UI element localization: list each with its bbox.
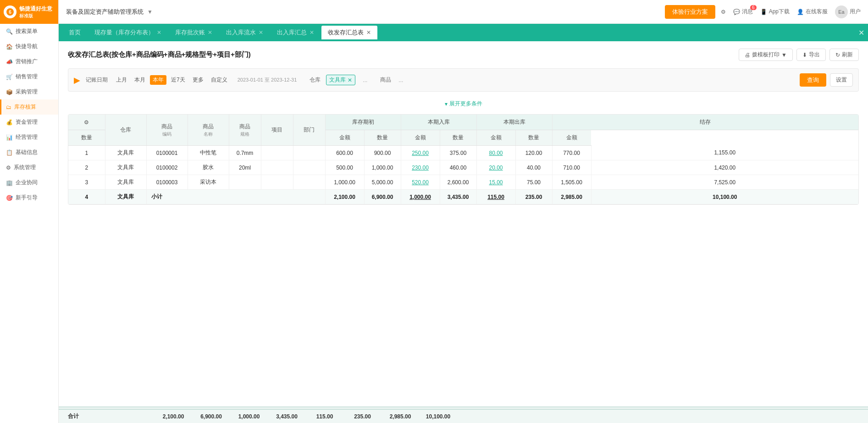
tab-home[interactable]: 首页 <box>62 26 87 39</box>
app-download-label: App下载 <box>769 8 790 16</box>
user-menu-btn[interactable]: Ea 用户 <box>835 5 861 18</box>
sidebar-item-inventory[interactable]: 🗂 库存核算 <box>0 99 58 115</box>
th-opening-amt: 金额 <box>325 130 364 146</box>
page-inner: 收发存汇总表(按仓库+商品编码+商品+规格型号+项目+部门) 🖨 拨模板打印 ▼… <box>59 41 868 407</box>
row3-in-amt: 2,600.00 <box>440 175 476 190</box>
table-row: 1 文具库 0100001 中性笔 0.7mm 600.00 900.00 25… <box>68 146 858 160</box>
subtotal-out-qty[interactable]: 115.00 <box>476 190 515 204</box>
subtotal-in-amt: 3,435.00 <box>440 190 476 204</box>
subtotal-no: 4 <box>68 190 105 204</box>
row1-in-qty[interactable]: 250.00 <box>401 146 440 160</box>
sidebar-item-system[interactable]: ⚙ 系统管理 <box>0 160 58 175</box>
sidebar-item-purchase[interactable]: 📦 采购管理 <box>0 84 58 99</box>
warehouse-tag-close[interactable]: ✕ <box>348 77 352 83</box>
th-project: 项目 <box>261 115 293 146</box>
date-btn-more[interactable]: 更多 <box>190 75 206 85</box>
th-code: 商品编码 <box>146 115 188 146</box>
filter-settings-btn[interactable]: 设置 <box>830 73 853 87</box>
row3-in-qty[interactable]: 520.00 <box>401 175 440 190</box>
sidebar-item-quick-nav[interactable]: 🏠 快捷导航 <box>0 39 58 54</box>
th-opening: 库存期初 <box>325 115 401 130</box>
row3-out-amt: 75.00 <box>515 175 552 190</box>
tab-in-out-summary-close[interactable]: ✕ <box>310 29 314 36</box>
service-icon: 👤 <box>797 9 804 15</box>
bottom-total-bar: 合计 2,100.00 6,900.00 1,000.00 3,435.00 1… <box>59 409 868 423</box>
warehouse-tag-text: 文具库 <box>329 76 346 84</box>
warehouse-tag[interactable]: 文具库 ✕ <box>326 75 355 85</box>
bottom-out-amt: 235.00 <box>343 413 382 420</box>
avatar: Ea <box>835 5 848 18</box>
sidebar-item-marketing[interactable]: 📣 营销推广 <box>0 54 58 69</box>
row2-dept <box>293 160 325 175</box>
sidebar-item-search[interactable]: 🔍 搜索菜单 <box>0 24 58 39</box>
query-btn[interactable]: 查询 <box>800 73 826 87</box>
print-btn[interactable]: 🖨 拨模板打印 ▼ <box>739 49 793 61</box>
row1-out-qty[interactable]: 80.00 <box>476 146 515 160</box>
tab-inventory-dist[interactable]: 现存量（库存分布表） ✕ <box>88 26 168 39</box>
close-all-tabs-btn[interactable]: ✕ <box>858 28 864 37</box>
date-btn-custom[interactable]: 自定义 <box>208 75 230 85</box>
print-dropdown-icon: ▼ <box>781 52 787 58</box>
row2-balance-amt: 1,420.00 <box>591 160 858 175</box>
sidebar-item-enterprise[interactable]: 🏢 企业协同 <box>0 175 58 190</box>
row3-code: 0100003 <box>146 175 188 190</box>
table-row: 3 文具库 0100003 采访本 1,000.00 5,000.00 520.… <box>68 175 858 190</box>
row3-balance-qty: 1,505.00 <box>552 175 591 190</box>
date-btn-7days[interactable]: 近7天 <box>168 75 188 85</box>
sidebar-item-sales[interactable]: 🛒 销售管理 <box>0 69 58 84</box>
app-name: 畅捷通好生意 <box>19 5 52 13</box>
row2-in-qty[interactable]: 230.00 <box>401 160 440 175</box>
marketing-icon: 📣 <box>6 59 13 65</box>
row2-warehouse: 文具库 <box>105 160 146 175</box>
inventory-icon: 🗂 <box>6 104 11 110</box>
page-content: 收发存汇总表(按仓库+商品编码+商品+规格型号+项目+部门) 🖨 拨模板打印 ▼… <box>59 41 868 407</box>
system-selector[interactable]: ▼ <box>147 9 153 15</box>
row2-name: 胶水 <box>188 160 229 175</box>
th-out-qty: 数量 <box>440 130 476 146</box>
sidebar-item-guide[interactable]: 🎯 新手引导 <box>0 190 58 205</box>
subtotal-in-qty[interactable]: 1,000.00 <box>401 190 440 204</box>
product-more[interactable]: ... <box>398 77 403 83</box>
row3-out-qty[interactable]: 15.00 <box>476 175 515 190</box>
tab-in-out-flow-label: 出入库流水 <box>226 28 256 37</box>
tab-in-out-flow-close[interactable]: ✕ <box>259 29 263 36</box>
th-balance-qty: 数量 <box>515 130 552 146</box>
tab-batch-close[interactable]: ✕ <box>208 29 212 36</box>
row3-no: 3 <box>68 175 105 190</box>
row2-no: 2 <box>68 160 105 175</box>
table-row: 2 文具库 0100002 胶水 20ml 500.00 1,000.00 23… <box>68 160 858 175</box>
th-opening-qty: 数量 <box>68 130 105 146</box>
refresh-btn[interactable]: ↻ 刷新 <box>829 49 859 61</box>
date-btn-last-month[interactable]: 上月 <box>113 75 130 85</box>
expand-more-btn[interactable]: ▾ 展开更多条件 <box>68 97 859 110</box>
tab-receipt-summary-close[interactable]: ✕ <box>366 29 371 36</box>
tab-in-out-summary[interactable]: 出入库汇总 ✕ <box>271 26 321 39</box>
filter-expand-arrow[interactable]: ▶ <box>74 75 80 85</box>
tab-inventory-dist-close[interactable]: ✕ <box>157 29 161 36</box>
export-btn[interactable]: ⬇ 导出 <box>796 49 826 61</box>
sidebar-item-finance[interactable]: 💰 资金管理 <box>0 115 58 130</box>
guide-icon: 🎯 <box>6 195 13 201</box>
sidebar-item-operations[interactable]: 📊 经营管理 <box>0 130 58 145</box>
tab-receipt-summary[interactable]: 收发存汇总表 ✕ <box>321 26 377 39</box>
row3-dept <box>293 175 325 190</box>
settings-icon-btn[interactable]: ⚙ <box>721 9 726 15</box>
app-download-btn[interactable]: 📱 App下载 <box>760 8 790 16</box>
th-settings[interactable]: ⚙ <box>68 115 105 130</box>
sidebar-logo: 6 畅捷通好生意 标准版 <box>0 0 58 24</box>
main-area: 装备及固定资产辅助管理系统 ▼ 体验行业方案 ⚙ 💬 消息 6 📱 App下载 … <box>59 0 868 423</box>
message-btn[interactable]: 💬 消息 6 <box>733 8 753 16</box>
warehouse-more[interactable]: ... <box>363 77 367 83</box>
trial-btn[interactable]: 体验行业方案 <box>665 5 715 19</box>
row1-name: 中性笔 <box>188 146 229 160</box>
tab-in-out-summary-label: 出入库汇总 <box>277 28 307 37</box>
online-service-btn[interactable]: 👤 在线客服 <box>797 8 828 16</box>
date-btn-this-year[interactable]: 本年 <box>150 75 166 85</box>
tab-in-out-flow[interactable]: 出入库流水 ✕ <box>220 26 270 39</box>
th-spec: 商品规格 <box>229 115 261 146</box>
sidebar-item-basic-info[interactable]: 📋 基础信息 <box>0 145 58 160</box>
th-dept: 部门 <box>293 115 325 146</box>
row2-out-qty[interactable]: 20.00 <box>476 160 515 175</box>
tab-batch[interactable]: 库存批次账 ✕ <box>169 26 219 39</box>
date-btn-this-month[interactable]: 本月 <box>132 75 148 85</box>
